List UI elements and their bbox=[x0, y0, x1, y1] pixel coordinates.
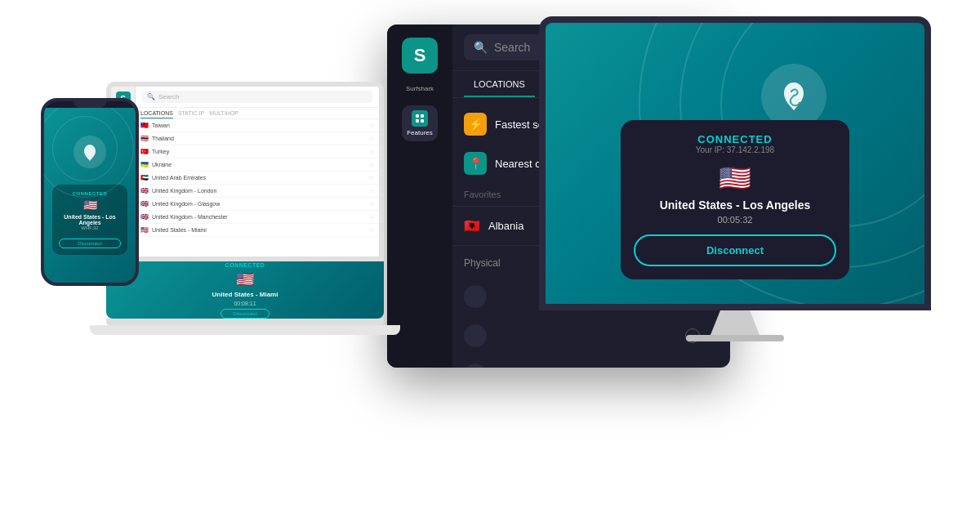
taiwan-star[interactable]: ☆ bbox=[369, 123, 374, 129]
laptop-base bbox=[90, 325, 400, 335]
phone-disconnect-button[interactable]: Disconnect bbox=[59, 239, 121, 248]
app-sidebar: S Surfshark Features bbox=[387, 25, 452, 368]
thailand-flag: 🇹🇭 bbox=[140, 135, 149, 142]
laptop-item-uk-manchester[interactable]: 🇬🇧 United Kingdom - Manchester ☆ bbox=[136, 211, 379, 224]
svg-rect-2 bbox=[416, 119, 419, 123]
phone-location: United States - Los Angeles bbox=[59, 214, 121, 225]
laptop-item-uk-london[interactable]: 🇬🇧 United Kingdom - London ☆ bbox=[136, 185, 379, 198]
ukraine-label: Ukraine bbox=[152, 162, 366, 167]
monitor-base bbox=[686, 335, 784, 341]
scene: S Surfshark Features 🔍 bbox=[0, 0, 980, 513]
laptop-search[interactable]: 🔍 Search bbox=[142, 91, 372, 103]
ukraine-star[interactable]: ☆ bbox=[369, 162, 374, 168]
phone-screen: CONNECTED 🇺🇸 United States - Los Angeles… bbox=[44, 108, 136, 283]
search-icon: 🔍 bbox=[474, 41, 488, 54]
laptop-disconnect-btn[interactable]: Disconnect bbox=[220, 309, 270, 319]
features-icon bbox=[412, 110, 428, 127]
laptop-item-turkey[interactable]: 🇹🇷 Turkey ☆ bbox=[136, 145, 379, 158]
laptop-country-list: 🇹🇼 Taiwan ☆ 🇹🇭 Thailand ☆ 🇹🇷 Turkey bbox=[136, 119, 379, 256]
svg-rect-0 bbox=[416, 114, 419, 118]
albania-flag: 🇦🇱 bbox=[464, 218, 480, 234]
connected-location: United States - Los Angeles bbox=[634, 199, 836, 212]
us-miami-star[interactable]: ☆ bbox=[369, 227, 374, 234]
tab-locations[interactable]: LOCATIONS bbox=[464, 71, 535, 97]
laptop-item-thailand[interactable]: 🇹🇭 Thailand ☆ bbox=[136, 132, 379, 145]
laptop-item-taiwan[interactable]: 🇹🇼 Taiwan ☆ bbox=[136, 119, 379, 132]
connected-flag: 🇺🇸 bbox=[634, 163, 836, 194]
features-label: Features bbox=[407, 129, 433, 136]
phone-flag: 🇺🇸 bbox=[59, 199, 121, 212]
laptop-header: 🔍 Search bbox=[136, 87, 379, 108]
uae-label: United Arab Emirates bbox=[152, 175, 366, 181]
thailand-label: Thailand bbox=[152, 136, 366, 141]
laptop-item-uae[interactable]: 🇦🇪 United Arab Emirates ☆ bbox=[136, 172, 379, 185]
uk-glasgow-star[interactable]: ☆ bbox=[369, 201, 374, 207]
laptop-connected-location: United States - Miami bbox=[212, 291, 278, 298]
laptop: S 🔍 Search LOCATIONS STATIC IP MULTIHOP bbox=[106, 82, 384, 261]
monitor: CONNECTED Your IP: 37.142.2.198 🇺🇸 Unite… bbox=[539, 16, 931, 310]
svg-rect-3 bbox=[421, 119, 424, 123]
uae-star[interactable]: ☆ bbox=[369, 175, 374, 181]
phone-notch bbox=[74, 101, 106, 108]
disconnect-button[interactable]: Disconnect bbox=[634, 234, 836, 266]
thailand-star[interactable]: ☆ bbox=[369, 136, 374, 142]
laptop-hinge bbox=[106, 319, 384, 325]
uk-london-label: United Kingdom - London bbox=[152, 188, 366, 194]
monitor-wrapper: CONNECTED Your IP: 37.142.2.198 🇺🇸 Unite… bbox=[539, 16, 931, 341]
uk-manchester-label: United Kingdom - Manchester bbox=[152, 214, 366, 220]
server-item-empty-3[interactable]: ☆ bbox=[452, 355, 730, 368]
sidebar-item-features[interactable]: Features bbox=[402, 105, 438, 141]
uk-manchester-star[interactable]: ☆ bbox=[369, 214, 374, 221]
laptop-connected-label: CONNECTED bbox=[225, 262, 265, 268]
phone-ip: WHF.32 bbox=[59, 225, 121, 230]
monitor-connected-card: CONNECTED Your IP: 37.142.2.198 🇺🇸 Unite… bbox=[621, 120, 849, 279]
taiwan-label: Taiwan bbox=[152, 123, 366, 128]
fastest-icon: ⚡ bbox=[464, 113, 487, 136]
laptop-screen: S 🔍 Search LOCATIONS STATIC IP MULTIHOP bbox=[111, 87, 379, 256]
taiwan-flag: 🇹🇼 bbox=[140, 122, 149, 129]
phone-wrapper: CONNECTED 🇺🇸 United States - Los Angeles… bbox=[41, 98, 139, 286]
laptop-item-uk-glasgow[interactable]: 🇬🇧 United Kingdom - Glasgow ☆ bbox=[136, 198, 379, 211]
laptop-connected-panel: CONNECTED 🇺🇸 United States - Miami 00:08… bbox=[106, 261, 384, 319]
us-miami-flag: 🇺🇸 bbox=[140, 226, 149, 234]
turkey-label: Turkey bbox=[152, 149, 366, 154]
laptop-tab-multihop[interactable]: MULTIHOP bbox=[209, 110, 238, 118]
turkey-flag: 🇹🇷 bbox=[140, 148, 149, 155]
connected-time: 00:05:32 bbox=[634, 215, 836, 225]
monitor-stand bbox=[710, 310, 760, 335]
uk-london-star[interactable]: ☆ bbox=[369, 188, 374, 194]
monitor-screen: CONNECTED Your IP: 37.142.2.198 🇺🇸 Unite… bbox=[546, 23, 924, 304]
laptop-item-ukraine[interactable]: 🇺🇦 Ukraine ☆ bbox=[136, 158, 379, 172]
app-name-label: Surfshark bbox=[406, 85, 434, 92]
uae-flag: 🇦🇪 bbox=[140, 174, 149, 181]
laptop-tabs: LOCATIONS STATIC IP MULTIHOP bbox=[136, 108, 379, 119]
svg-rect-1 bbox=[421, 114, 424, 118]
laptop-wrapper: S 🔍 Search LOCATIONS STATIC IP MULTIHOP bbox=[106, 82, 384, 335]
app-logo: S bbox=[402, 38, 438, 74]
laptop-search-icon: 🔍 bbox=[147, 93, 155, 100]
laptop-tab-staticip[interactable]: STATIC IP bbox=[178, 110, 204, 118]
uk-glasgow-label: United Kingdom - Glasgow bbox=[152, 201, 366, 207]
nearest-icon: 📍 bbox=[464, 152, 487, 175]
laptop-item-us-miami[interactable]: 🇺🇸 United States - Miami ☆ bbox=[136, 224, 379, 237]
uk-manchester-flag: 🇬🇧 bbox=[140, 213, 149, 221]
connected-ip-display: Your IP: 37.142.2.198 bbox=[634, 145, 836, 154]
uk-glasgow-flag: 🇬🇧 bbox=[140, 200, 149, 207]
connected-status-label: CONNECTED bbox=[634, 133, 836, 145]
laptop-main: 🔍 Search LOCATIONS STATIC IP MULTIHOP 🇹🇼… bbox=[136, 87, 379, 256]
surfshark-logo-monitor bbox=[761, 64, 826, 129]
turkey-star[interactable]: ☆ bbox=[369, 149, 374, 155]
laptop-connected-flag: 🇺🇸 bbox=[236, 270, 254, 288]
laptop-tab-locations[interactable]: LOCATIONS bbox=[140, 110, 173, 118]
uk-london-flag: 🇬🇧 bbox=[140, 187, 149, 194]
laptop-search-text: Search bbox=[158, 93, 179, 100]
us-miami-label: United States - Miami bbox=[152, 227, 366, 233]
laptop-connected-time: 00:08:11 bbox=[234, 301, 256, 306]
phone: CONNECTED 🇺🇸 United States - Los Angeles… bbox=[41, 98, 139, 286]
search-placeholder: Search bbox=[494, 41, 530, 54]
ukraine-flag: 🇺🇦 bbox=[140, 161, 149, 168]
